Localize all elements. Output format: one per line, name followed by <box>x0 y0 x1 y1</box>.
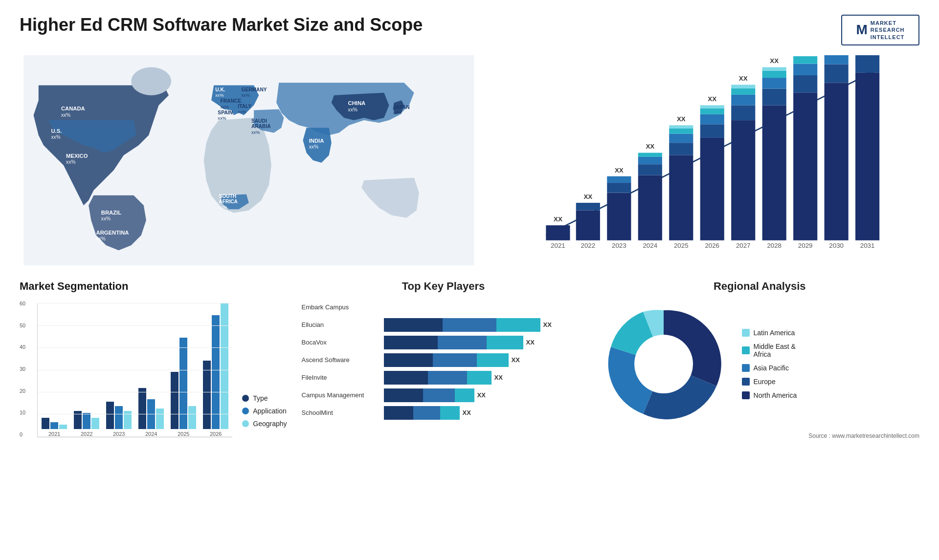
svg-text:XX: XX <box>615 166 624 173</box>
svg-rect-75 <box>762 88 786 105</box>
reg-legend-latin: Latin America <box>742 329 797 337</box>
svg-text:2024: 2024 <box>643 242 657 249</box>
svg-rect-89 <box>824 55 848 64</box>
svg-text:xx%: xx% <box>348 107 358 112</box>
reg-legend-apac: Asia Pacific <box>742 364 797 372</box>
legend-geography: Geography <box>242 420 287 428</box>
top-section: CANADA xx% U.S. xx% MEXICO xx% BRAZIL xx… <box>20 55 919 265</box>
bottom-section: Market Segmentation 0 10 20 30 40 50 60 <box>20 280 919 439</box>
svg-text:2025: 2025 <box>674 242 689 249</box>
player-fileinvite: FileInvite XX <box>302 371 585 385</box>
svg-text:BRAZIL: BRAZIL <box>101 209 121 215</box>
seg-group-2022: 2022 <box>74 411 99 437</box>
reg-dot-latin <box>742 329 750 337</box>
svg-rect-83 <box>793 64 817 75</box>
donut-chart <box>600 301 727 428</box>
segmentation-inner: 0 10 20 30 40 50 60 <box>20 301 287 437</box>
svg-rect-42 <box>607 193 631 240</box>
svg-text:2023: 2023 <box>612 242 626 249</box>
svg-rect-77 <box>762 71 786 78</box>
seg-group-2025: 2025 <box>171 338 196 437</box>
legend-dot-application <box>242 408 249 414</box>
svg-rect-93 <box>855 55 879 73</box>
svg-text:xx%: xx% <box>393 110 402 115</box>
svg-rect-61 <box>700 124 724 138</box>
svg-text:CHINA: CHINA <box>348 100 366 106</box>
svg-text:XX: XX <box>554 215 562 223</box>
reg-legend-na: North America <box>742 391 797 399</box>
svg-rect-76 <box>762 78 786 89</box>
svg-text:2022: 2022 <box>581 242 595 249</box>
svg-text:xx%: xx% <box>219 205 227 210</box>
svg-text:2027: 2027 <box>736 242 751 249</box>
regional-inner: Latin America Middle East &Africa Asia P… <box>600 301 919 428</box>
svg-rect-44 <box>607 176 631 183</box>
svg-rect-87 <box>824 83 848 240</box>
player-campus-mgmt: Campus Management XX <box>302 388 585 402</box>
svg-text:2031: 2031 <box>860 242 874 249</box>
svg-text:GERMANY: GERMANY <box>241 87 267 92</box>
page-title: Higher Ed CRM Software Market Size and S… <box>20 15 423 35</box>
key-players: Top Key Players Embark Campus Ellucian X… <box>302 280 585 424</box>
page-header: Higher Ed CRM Software Market Size and S… <box>20 15 919 45</box>
svg-text:U.K.: U.K. <box>215 87 225 92</box>
svg-rect-54 <box>669 143 693 155</box>
segmentation-legend: Type Application Geography <box>242 394 287 437</box>
logo-icon: M MARKET RESEARCH INTELLECT <box>856 20 904 41</box>
seg-group-2023: 2023 <box>106 402 132 437</box>
reg-legend-mea: Middle East &Africa <box>742 343 797 358</box>
svg-text:XX: XX <box>738 75 747 82</box>
svg-text:CANADA: CANADA <box>61 106 85 111</box>
svg-text:ARGENTINA: ARGENTINA <box>96 229 129 235</box>
svg-text:2030: 2030 <box>829 242 844 249</box>
svg-rect-57 <box>669 125 693 128</box>
svg-rect-70 <box>731 88 755 94</box>
svg-text:xx%: xx% <box>101 216 111 221</box>
svg-text:xx%: xx% <box>251 130 260 135</box>
svg-rect-47 <box>638 175 662 240</box>
logo-text: MARKET RESEARCH INTELLECT <box>871 20 905 41</box>
svg-text:xx%: xx% <box>309 144 318 150</box>
svg-rect-50 <box>638 153 662 157</box>
player-schoolmint: SchoolMint XX <box>302 406 585 420</box>
seg-y-axis: 0 10 20 30 40 50 60 <box>20 301 25 437</box>
regional-analysis: Regional Analysis <box>600 280 919 439</box>
player-embark: Embark Campus <box>302 301 585 314</box>
svg-text:ARABIA: ARABIA <box>251 124 271 129</box>
regional-legend: Latin America Middle East &Africa Asia P… <box>742 329 797 399</box>
world-map: CANADA xx% U.S. xx% MEXICO xx% BRAZIL xx… <box>20 55 478 265</box>
reg-dot-europe <box>742 378 750 386</box>
svg-text:2026: 2026 <box>705 242 719 249</box>
growth-bar-chart: XX 2021 XX 2022 XX 2023 XX 2024 <box>498 55 919 265</box>
svg-text:2021: 2021 <box>551 242 565 249</box>
svg-text:xx%: xx% <box>241 93 249 98</box>
svg-text:U.S.: U.S. <box>51 128 62 134</box>
svg-rect-49 <box>638 157 662 164</box>
regional-title: Regional Analysis <box>600 280 919 293</box>
svg-rect-92 <box>855 73 879 240</box>
source-attribution: Source : www.marketresearchintellect.com <box>600 432 919 439</box>
svg-rect-56 <box>669 128 693 133</box>
player-bocavox: BocaVox XX <box>302 336 585 349</box>
svg-text:2028: 2028 <box>767 242 782 249</box>
svg-text:xx%: xx% <box>218 116 226 121</box>
svg-text:xx%: xx% <box>61 112 70 118</box>
svg-text:2029: 2029 <box>798 242 812 249</box>
player-ascend: Ascend Software XX <box>302 353 585 367</box>
svg-rect-69 <box>731 95 755 106</box>
svg-rect-84 <box>793 56 817 64</box>
svg-text:JAPAN: JAPAN <box>393 104 410 109</box>
segmentation-title: Market Segmentation <box>20 280 287 293</box>
seg-group-2026: 2026 <box>203 303 228 437</box>
legend-application: Application <box>242 407 287 415</box>
svg-rect-60 <box>700 138 724 240</box>
svg-rect-38 <box>576 210 600 240</box>
svg-text:XX: XX <box>646 143 654 150</box>
svg-rect-64 <box>700 105 724 108</box>
svg-rect-68 <box>731 105 755 120</box>
legend-type: Type <box>242 394 287 402</box>
logo-letter: M <box>856 22 867 38</box>
svg-rect-63 <box>700 108 724 114</box>
player-ellucian: Ellucian XX <box>302 318 585 332</box>
svg-text:XX: XX <box>583 193 592 200</box>
